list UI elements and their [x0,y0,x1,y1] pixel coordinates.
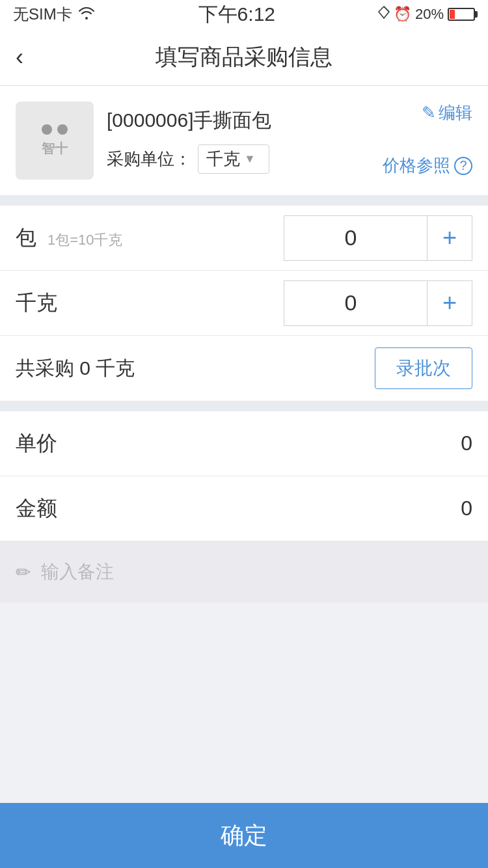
wifi-icon [77,5,96,23]
summary-row: 共采购 0 千克 录批次 [0,336,488,401]
unit-price-label: 单价 [16,429,57,458]
pack-sublabel: 1包=10千克 [47,232,123,248]
time-display: 下午6:12 [198,1,275,28]
kg-label: 千克 [16,289,284,318]
back-button[interactable]: ‹ [16,44,23,71]
kg-input-row: 千克 + [0,271,488,336]
product-card: 智十 [0000006]手撕面包 采购单位： 千克 ▼ ✎ 编辑 价格参照 ? [0,86,488,195]
pack-input-control: + [284,215,472,261]
edit-label: 编辑 [439,102,472,124]
unit-value: 千克 [206,148,240,170]
battery-percent: 20% [415,6,444,23]
unit-price-row: 单价 0 [0,411,488,476]
carrier-text: 无SIM卡 [13,4,72,25]
status-right: ⏰ 20% [378,6,475,23]
confirm-button-label: 确定 [221,820,267,852]
remark-section[interactable]: ✏ 输入备注 [0,541,488,603]
alarm-icon: ⏰ [394,6,411,23]
product-thumbnail: 智十 [16,102,94,180]
price-ref-label: 价格参照 [383,154,450,177]
help-icon: ? [454,157,472,175]
pack-label: 包 1包=10千克 [16,224,284,252]
confirm-button[interactable]: 确定 [0,803,488,868]
amount-row: 金额 0 [0,476,488,541]
amount-label: 金额 [16,495,57,523]
edit-icon: ✎ [422,103,436,123]
unit-select[interactable]: 千克 ▼ [198,144,269,174]
kg-plus-button[interactable]: + [427,280,472,326]
dropdown-arrow-icon: ▼ [244,152,256,166]
price-section: 单价 0 金额 0 [0,411,488,541]
remark-placeholder: 输入备注 [41,560,114,584]
status-bar: 无SIM卡 下午6:12 ⏰ 20% [0,0,488,29]
status-left: 无SIM卡 [13,4,96,25]
content-spacer [0,603,488,798]
pencil-icon: ✏ [16,562,31,583]
location-icon [378,6,390,23]
product-name: [0000006]手撕面包 [107,107,472,134]
batch-record-button[interactable]: 录批次 [375,347,472,389]
pack-input-row: 包 1包=10千克 + [0,206,488,271]
kg-input-control: + [284,280,472,326]
edit-button[interactable]: ✎ 编辑 [422,102,472,124]
kg-quantity-input[interactable] [284,280,427,326]
nav-bar: ‹ 填写商品采购信息 [0,29,488,86]
battery-icon [448,8,475,21]
divider-1 [0,195,488,206]
page-title: 填写商品采购信息 [156,42,332,72]
price-reference-button[interactable]: 价格参照 ? [383,154,472,177]
divider-2 [0,401,488,411]
unit-price-value: 0 [461,431,472,455]
amount-value: 0 [461,496,472,521]
unit-label: 采购单位： [107,148,191,170]
summary-text: 共采购 0 千克 [16,355,135,382]
pack-quantity-input[interactable] [284,215,427,261]
pack-plus-button[interactable]: + [427,215,472,261]
input-section: 包 1包=10千克 + 千克 + [0,206,488,336]
